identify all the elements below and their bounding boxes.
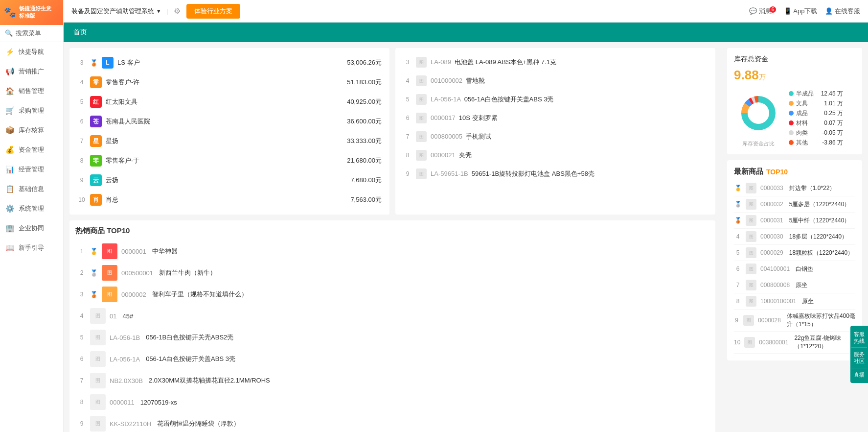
customer-avatar: 零 xyxy=(90,155,102,167)
sidebar-item-label: 销售管理 xyxy=(19,87,44,96)
product-info: 0000017 10S 变刺罗紧 xyxy=(431,114,498,122)
rank-number: 8 xyxy=(403,152,412,159)
product-name: 12070519-xs xyxy=(140,399,177,406)
tab-home[interactable]: 首页 xyxy=(64,23,97,42)
customer-avatar: 红 xyxy=(90,96,102,108)
customer-amount: 7,563.00元 xyxy=(350,195,382,204)
top-product-right-item: 3 图 LA-089 电池盖 LA-089 ABS本色+黑种 7.1克 xyxy=(401,54,709,71)
product-thumbnail-placeholder: 图 xyxy=(90,373,106,388)
cs-float-item[interactable]: 客服热线 xyxy=(851,328,867,348)
finance-icon: 💰 xyxy=(5,145,15,155)
sidebar-item-marketing[interactable]: 📢营销推广 xyxy=(0,62,63,81)
product-img: 图 xyxy=(746,183,756,193)
product-name: 18颗粒板（1220*2440） xyxy=(789,249,853,257)
trial-btn[interactable]: 体验行业方案 xyxy=(186,4,240,19)
product-thumbnail-placeholder: 图 xyxy=(90,308,106,324)
online-service-btn[interactable]: 👤 在线客服 xyxy=(825,7,860,16)
rank-number: 9 xyxy=(77,420,86,427)
legend-item: 肉类 -0.05 万 xyxy=(789,129,843,137)
sidebar-item-label: 资金管理 xyxy=(19,145,44,154)
customer-avatar: 肖 xyxy=(90,194,102,206)
customer-amount: 53,006.26元 xyxy=(347,58,382,67)
legend-dot xyxy=(789,111,794,116)
hot-product-item: 6 图 LA-056-1A 056-1A白色按键开关盖ABS 3壳 xyxy=(75,348,709,370)
sidebar-item-sales[interactable]: 🏠销售管理 xyxy=(0,81,63,101)
rank-number: 6 xyxy=(77,356,86,362)
rank-number: 10 xyxy=(734,339,740,346)
rank-number: 9 xyxy=(403,170,412,177)
newest-product-item: 7 图 000800008 原坐 xyxy=(734,277,855,293)
product-code: LA-056-1A xyxy=(110,356,140,363)
topbar-right: 💬 消息6 📱 App下载 👤 在线客服 xyxy=(749,7,860,16)
sidebar-item-finance[interactable]: 💰资金管理 xyxy=(0,140,63,160)
rank-number: 5 xyxy=(734,249,742,256)
sidebar-item-inventory[interactable]: 📦库存核算 xyxy=(0,120,63,140)
sidebar-item-operation[interactable]: 📊经营管理 xyxy=(0,160,63,179)
rank-number: 2 xyxy=(77,269,86,276)
product-code: 0000030 xyxy=(760,233,783,240)
product-code: 0000032 xyxy=(760,201,783,208)
inventory-legend: 半成品 12.45 万 文具 1.01 万 成品 0.25 万 材料 0.07 … xyxy=(789,90,843,147)
topbar: 装备及固定资产辅助管理系统 ▾ | ⚙ 体验行业方案 💬 消息6 📱 App下载… xyxy=(64,0,868,23)
donut-area: 库存资金占比 半成品 12.45 万 文具 1.01 万 成品 0.25 万 材… xyxy=(734,89,855,147)
customer-amount: 40,925.00元 xyxy=(347,97,382,106)
product-info: LA-089 电池盖 LA-089 ABS本色+黑种 7.1克 xyxy=(431,58,556,67)
top-product-right-item: 5 图 LA-056-1A 056-1A白色按键开关盖ABS 3壳 xyxy=(401,91,709,108)
rank-number: 6 xyxy=(734,265,742,272)
sidebar-item-label: 新手引导 xyxy=(19,243,44,252)
top-product-right-item: 4 图 001000002 雪地靴 xyxy=(401,72,709,89)
content-middle: 3 🥉 L LS 客户 53,006.26元 4 零 零售客户-许 51,183… xyxy=(64,42,721,432)
search-icon: 🔍 xyxy=(5,29,13,37)
customer-name: 零售客户-于 xyxy=(106,156,343,165)
rank-number: 7 xyxy=(77,377,86,384)
sidebar-search[interactable]: 🔍 搜索菜单 xyxy=(0,25,63,42)
sidebar-item-purchase[interactable]: 🛒采购管理 xyxy=(0,101,63,120)
rank-number: 5 xyxy=(403,96,412,103)
product-name: 2.0X30MM双搓花轴搓花直径2.1MM/ROHS xyxy=(149,376,270,385)
customer-name: LS 客户 xyxy=(117,58,343,67)
newest-products-card: 最新商品 TOP10 🥇 图 0000033 封边带（1.0*22） 🥈 图 0… xyxy=(727,160,862,360)
product-img: 图 xyxy=(416,168,427,179)
content-area: 3 🥉 L LS 客户 53,006.26元 4 零 零售客户-许 51,183… xyxy=(64,42,868,432)
silver-medal-icon: 🥈 xyxy=(90,269,98,277)
product-name: 智利车子里（规格不知道填什么） xyxy=(152,290,248,299)
product-info: 001000002 雪地靴 xyxy=(431,76,485,85)
bronze-medal-icon: 🥉 xyxy=(90,291,98,298)
product-img: 图 xyxy=(746,247,756,258)
message-btn[interactable]: 💬 消息6 xyxy=(749,7,776,16)
rank-number: 7 xyxy=(403,133,412,140)
sidebar-item-system[interactable]: ⚙️系统管理 xyxy=(0,199,63,218)
product-name: 中华神器 xyxy=(152,247,178,256)
settings-icon[interactable]: ⚙ xyxy=(174,6,181,16)
product-name: 原坐 xyxy=(796,281,807,289)
hot-product-item: 9 图 KK-SD22110H 花语萌恒温分隔睡袋（厚款） xyxy=(75,413,709,432)
system-selector[interactable]: 装备及固定资产辅助管理系统 ▾ xyxy=(71,7,160,16)
sidebar-item-quick-nav[interactable]: ⚡快捷导航 xyxy=(0,42,63,62)
top-customer-item: 9 云 云扬 7,680.00元 xyxy=(75,171,384,189)
newest-product-item: 🥈 图 0000032 5厘多层（1220*2440） xyxy=(734,196,855,213)
sidebar-item-basic-info[interactable]: 📋基础信息 xyxy=(0,179,63,199)
sidebar-item-enterprise[interactable]: 🏢企业协同 xyxy=(0,218,63,238)
legend-item: 成品 0.25 万 xyxy=(789,109,843,118)
legend-value: -3.86 万 xyxy=(816,139,843,147)
rank-number: 8 xyxy=(77,157,86,164)
cs-float-item[interactable]: 服务社区 xyxy=(851,348,867,368)
legend-dot xyxy=(789,140,794,145)
customer-name: 苍南县人民医院 xyxy=(106,117,343,126)
app-download-btn[interactable]: 📱 App下载 xyxy=(784,7,817,16)
quick-nav-icon: ⚡ xyxy=(5,47,15,57)
product-code: 000500001 xyxy=(121,269,153,277)
sidebar-item-newbie[interactable]: 📖新手引导 xyxy=(0,238,63,258)
product-name: 新西兰牛肉（新牛） xyxy=(159,268,216,277)
rank-number: 8 xyxy=(77,399,86,406)
product-code: NB2.0X30B xyxy=(110,377,143,384)
product-code: 0000033 xyxy=(760,185,783,192)
newest-product-item: 5 图 0000029 18颗粒板（1220*2440） xyxy=(734,245,855,261)
divider: | xyxy=(166,7,168,15)
product-thumbnail-placeholder: 图 xyxy=(90,330,106,345)
customer-name: 星扬 xyxy=(106,137,343,145)
product-img: 图 xyxy=(746,231,756,242)
cs-float-item[interactable]: 直播 xyxy=(851,368,867,381)
inventory-total: 9.88万 xyxy=(734,68,855,83)
newest-products-list: 🥇 图 0000033 封边带（1.0*22） 🥈 图 0000032 5厘多层… xyxy=(734,180,855,354)
